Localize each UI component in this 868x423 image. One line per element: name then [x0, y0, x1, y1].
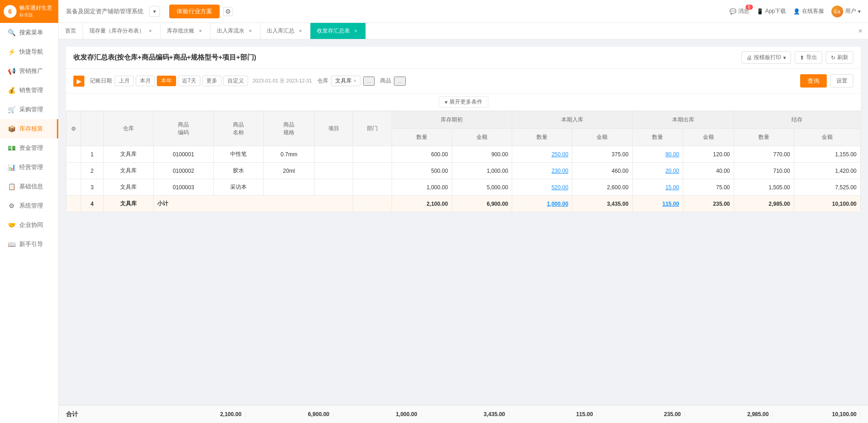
- row3-in-amt: 2,600.00: [572, 179, 632, 196]
- subtotal-close-qty: 2,985.00: [734, 196, 794, 212]
- row3-out-qty[interactable]: 15.00: [632, 179, 683, 196]
- close-all-tabs-button[interactable]: ×: [853, 23, 868, 39]
- sidebar-item-label-purchase: 采购管理: [19, 105, 43, 114]
- total-values: 2,100.00 6,900.00 1,000.00 3,435.00 115.…: [158, 411, 861, 418]
- subtotal-open-amt: 6,900.00: [452, 196, 512, 212]
- sidebar-item-finance[interactable]: 💵 资金管理: [0, 138, 58, 158]
- filter-date-this-year[interactable]: 本年: [157, 76, 176, 86]
- subtotal-index: 4: [81, 196, 104, 212]
- tab-summary-inout[interactable]: 出入库汇总 ×: [260, 23, 310, 39]
- col-settings-header[interactable]: ⚙: [66, 111, 81, 146]
- search-icon: 🔍: [7, 29, 16, 36]
- col-close-header: 结存: [734, 111, 860, 129]
- row2-code: 0100002: [153, 163, 213, 179]
- query-button[interactable]: 查询: [800, 74, 827, 88]
- row2-warehouse: 文具库: [103, 163, 153, 179]
- filter-settings-button[interactable]: 设置: [830, 74, 853, 88]
- export-button[interactable]: ⬆ 导出: [795, 51, 822, 64]
- tab-home[interactable]: 首页: [59, 23, 83, 39]
- subtotal-in-qty[interactable]: 1,000.00: [512, 196, 572, 212]
- app-download-action[interactable]: 📱 App下载: [757, 7, 786, 15]
- col-project-header: 项目: [314, 111, 353, 146]
- tab-summary-inout-close[interactable]: ×: [297, 28, 304, 34]
- row1-out-qty[interactable]: 80.00: [632, 146, 683, 163]
- filter-date-7days[interactable]: 近7天: [178, 76, 200, 86]
- refresh-button[interactable]: ↻ 刷新: [826, 51, 853, 64]
- sidebar-item-system[interactable]: ⚙ 系统管理: [0, 196, 58, 215]
- row1-spec: 0.7mm: [264, 146, 315, 163]
- row2-dept: [353, 163, 392, 179]
- subtotal-out-qty[interactable]: 115.00: [632, 196, 683, 212]
- filter-date-last-month[interactable]: 上月: [115, 76, 134, 86]
- messages-action[interactable]: 💬 消息 6: [730, 7, 749, 15]
- total-out-amt: 235.00: [597, 411, 685, 418]
- tab-flow-label: 出入库流水: [217, 27, 244, 35]
- tab-batch[interactable]: 库存批次账 ×: [160, 23, 210, 39]
- sidebar-item-quick-nav[interactable]: ⚡ 快捷导航: [0, 42, 58, 61]
- tab-batch-close[interactable]: ×: [197, 28, 204, 34]
- tab-inventory-dist[interactable]: 现存量（库存分布表） ×: [83, 23, 160, 39]
- sidebar-item-search[interactable]: 🔍 搜索菜单: [0, 23, 58, 42]
- filter-goods-label: 商品: [380, 77, 391, 85]
- row3-index: 3: [81, 179, 104, 196]
- filter-date-custom[interactable]: 自定义: [223, 76, 248, 86]
- row2-out-qty[interactable]: 20.00: [632, 163, 683, 179]
- subtotal-label: 小计: [153, 196, 353, 212]
- sidebar-item-guide[interactable]: 📖 新手引导: [0, 235, 58, 254]
- total-open-amt: 6,900.00: [246, 411, 334, 418]
- expand-conditions-row: ▾ 展开更多条件: [66, 93, 861, 111]
- sidebar-item-label-finance: 资金管理: [19, 144, 43, 152]
- sidebar-item-marketing[interactable]: 📢 营销推广: [0, 61, 58, 81]
- tab-stock-summary-close[interactable]: ×: [353, 28, 359, 34]
- warehouse-tag-remove[interactable]: ×: [354, 78, 356, 83]
- filter-toggle-button[interactable]: ▶: [73, 76, 84, 87]
- filter-date-label: 记账日期: [90, 77, 112, 85]
- total-label: 合计: [66, 410, 158, 418]
- row1-in-qty[interactable]: 250.00: [512, 146, 572, 163]
- sidebar-item-inventory[interactable]: 📦 库存核算: [0, 119, 58, 138]
- logo-text-block: 畅库通好生意 标准版: [19, 5, 52, 18]
- sidebar-item-operations[interactable]: 📊 经营管理: [0, 158, 58, 177]
- print-label: 按模板打印: [754, 54, 781, 61]
- tab-stock-summary-label: 收发存汇总表: [317, 27, 350, 35]
- page-header-row: 收发存汇总表(按仓库+商品编码+商品+规格型号+项目+部门) 🖨 按模板打印 ▾…: [66, 47, 861, 69]
- row3-close-qty: 1,505.00: [734, 179, 794, 196]
- filter-date-more[interactable]: 更多: [202, 76, 221, 86]
- row2-in-qty[interactable]: 230.00: [512, 163, 572, 179]
- warehouse-tag[interactable]: 文具库 ×: [331, 76, 360, 86]
- system-icon: ⚙: [7, 202, 16, 209]
- system-dropdown[interactable]: ▾: [149, 6, 160, 17]
- sidebar-item-sales[interactable]: 💰 销售管理: [0, 81, 58, 100]
- warehouse-more-button[interactable]: ...: [363, 77, 375, 86]
- sidebar-item-enterprise[interactable]: 🤝 企业协同: [0, 215, 58, 235]
- guide-icon: 📖: [7, 241, 16, 248]
- user-action[interactable]: Ea 用户 ▾: [831, 5, 861, 17]
- filter-warehouse-group: 仓库 文具库 × ...: [317, 76, 375, 86]
- col-in-amt-header: 金额: [572, 129, 632, 146]
- operations-icon: 📊: [7, 164, 16, 171]
- online-service-action[interactable]: 👤 在线客服: [793, 7, 824, 15]
- row3-settings: [66, 179, 81, 196]
- sidebar-item-purchase[interactable]: 🛒 采购管理: [0, 100, 58, 119]
- tab-inventory-dist-close[interactable]: ×: [147, 28, 154, 34]
- tab-stock-summary[interactable]: 收发存汇总表 ×: [310, 23, 366, 39]
- filter-warehouse-label: 仓库: [317, 77, 328, 85]
- expand-conditions-button[interactable]: ▾ 展开更多条件: [439, 96, 488, 108]
- app-name: 畅库通好生意: [19, 5, 52, 12]
- sidebar-item-basic-info[interactable]: 📋 基础信息: [0, 177, 58, 196]
- print-button[interactable]: 🖨 按模板打印 ▾: [741, 51, 791, 64]
- goods-more-button[interactable]: ...: [394, 77, 405, 86]
- row3-out-amt: 75.00: [683, 179, 734, 196]
- sidebar-item-label-operations: 经营管理: [19, 163, 43, 171]
- row1-close-amt: 1,155.00: [794, 146, 860, 163]
- tab-flow[interactable]: 出入库流水 ×: [210, 23, 260, 39]
- settings-icon[interactable]: ⚙: [223, 7, 232, 16]
- trial-button[interactable]: 体验行业方案: [169, 5, 220, 18]
- filter-date-buttons: 上月 本月 本年 近7天 更多 自定义: [115, 76, 248, 86]
- filter-date-this-month[interactable]: 本月: [136, 76, 155, 86]
- row3-in-qty[interactable]: 520.00: [512, 179, 572, 196]
- tab-flow-close[interactable]: ×: [247, 28, 254, 34]
- filter-actions: 查询 设置: [800, 74, 853, 88]
- row2-out-amt: 40.00: [683, 163, 734, 179]
- col-in-qty-header: 数量: [512, 129, 572, 146]
